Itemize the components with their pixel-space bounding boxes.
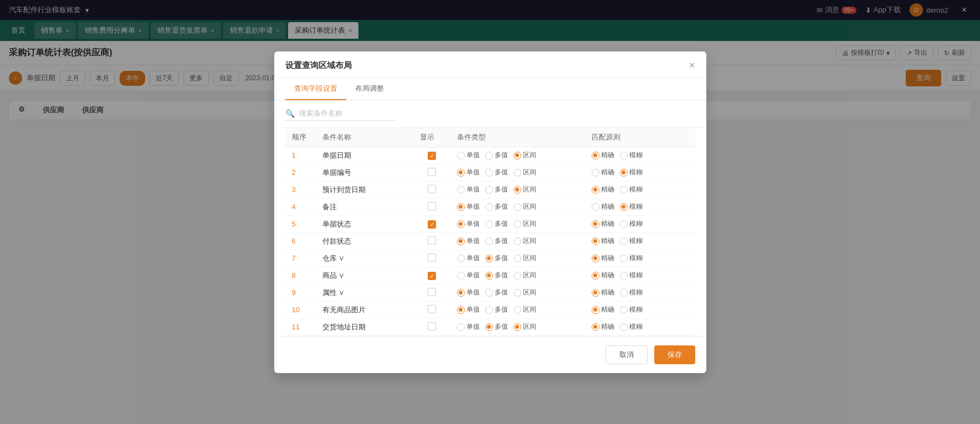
row-3-name: 备注: [316, 198, 414, 215]
row-8-type-range[interactable]: 区间: [514, 288, 536, 297]
row-6-match-fuzzy[interactable]: 模糊: [620, 254, 643, 263]
row-2-type-range[interactable]: 区间: [514, 185, 536, 194]
row-9-match-fuzzy[interactable]: 模糊: [620, 305, 643, 314]
row-2-display[interactable]: [413, 181, 450, 198]
row-10-type-multi[interactable]: 多值: [485, 322, 508, 332]
row-1-checkbox[interactable]: [428, 168, 436, 176]
row-4-type-multi[interactable]: 多值: [485, 219, 508, 229]
row-3-display[interactable]: [413, 198, 450, 215]
row-1-name: 单据编号: [316, 164, 414, 181]
tab-layout-adjust[interactable]: 布局调整: [346, 78, 393, 100]
row-6-display[interactable]: [413, 250, 450, 267]
save-button[interactable]: 保存: [654, 345, 695, 364]
row-7-match-exact[interactable]: 精确: [592, 271, 614, 280]
row-3-match-fuzzy[interactable]: 模糊: [620, 202, 643, 211]
row-10-display[interactable]: [413, 318, 450, 335]
row-8-checkbox[interactable]: [428, 288, 436, 296]
row-10-match-exact[interactable]: 精确: [592, 322, 614, 332]
row-10-type-single[interactable]: 单值: [457, 322, 480, 332]
row-10-match-fuzzy[interactable]: 模糊: [620, 322, 643, 332]
row-3-type-multi[interactable]: 多值: [485, 202, 508, 211]
row-6-type: 单值多值区间: [450, 250, 585, 267]
row-5-checkbox[interactable]: [428, 236, 436, 245]
row-0-match-fuzzy[interactable]: 模糊: [620, 151, 643, 160]
row-7-display[interactable]: [413, 267, 450, 284]
modal-tabs: 查询字段设置 布局调整: [274, 78, 706, 100]
row-0-type-range[interactable]: 区间: [514, 151, 536, 160]
col-header-match: 匹配原则: [585, 128, 695, 147]
row-1-type-range[interactable]: 区间: [514, 168, 536, 177]
row-10-type-range[interactable]: 区间: [514, 322, 536, 332]
row-2-match-fuzzy[interactable]: 模糊: [620, 185, 643, 194]
row-9-match-exact[interactable]: 精确: [592, 305, 614, 314]
row-4-match-exact[interactable]: 精确: [592, 219, 614, 229]
row-8-display[interactable]: [413, 284, 450, 301]
row-8-match-fuzzy[interactable]: 模糊: [620, 288, 643, 297]
row-1-type-single[interactable]: 单值: [457, 168, 480, 177]
table-row: 3预计到货日期单值多值区间精确模糊: [285, 181, 695, 198]
row-5-display[interactable]: [413, 232, 450, 250]
row-3-type-range[interactable]: 区间: [514, 202, 536, 211]
search-input[interactable]: [299, 109, 388, 117]
row-4-checkbox[interactable]: [428, 220, 436, 229]
row-9-type-multi[interactable]: 多值: [485, 305, 508, 314]
row-1-match-exact[interactable]: 精确: [592, 168, 614, 177]
row-9-checkbox[interactable]: [428, 305, 436, 313]
row-9-order: 10: [285, 301, 316, 318]
row-0-match-exact[interactable]: 精确: [592, 151, 614, 160]
row-7-checkbox[interactable]: [428, 272, 436, 280]
modal-close-button[interactable]: ×: [689, 60, 695, 70]
table-row: 11交货地址日期单值多值区间精确模糊: [285, 318, 695, 335]
row-6-type-single[interactable]: 单值: [457, 254, 480, 263]
row-9-match: 精确模糊: [585, 301, 695, 318]
tab-query-fields[interactable]: 查询字段设置: [285, 78, 346, 100]
row-6-type-range[interactable]: 区间: [514, 254, 536, 263]
row-6-checkbox[interactable]: [428, 254, 436, 262]
row-4-display[interactable]: [413, 215, 450, 232]
row-8-type-multi[interactable]: 多值: [485, 288, 508, 297]
row-9-type-range[interactable]: 区间: [514, 305, 536, 314]
row-2-match-exact[interactable]: 精确: [592, 185, 614, 194]
row-6-match-exact[interactable]: 精确: [592, 254, 614, 263]
row-8-match: 精确模糊: [585, 284, 695, 301]
row-3-type-single[interactable]: 单值: [457, 202, 480, 211]
row-9-type-single[interactable]: 单值: [457, 305, 480, 314]
modal-search-area: 🔍: [274, 100, 706, 128]
row-7-type-single[interactable]: 单值: [457, 271, 480, 280]
row-2-type-single[interactable]: 单值: [457, 185, 480, 194]
cancel-button[interactable]: 取消: [606, 345, 648, 364]
row-4-type-single[interactable]: 单值: [457, 219, 480, 229]
row-3-type: 单值多值区间: [450, 198, 585, 215]
row-8-order: 9: [285, 284, 316, 301]
row-3-checkbox[interactable]: [428, 202, 436, 210]
row-5-type-range[interactable]: 区间: [514, 236, 536, 246]
row-1-type-multi[interactable]: 多值: [485, 168, 508, 177]
row-5-type-single[interactable]: 单值: [457, 236, 480, 246]
row-7-type-multi[interactable]: 多值: [485, 271, 508, 280]
row-7-type-range[interactable]: 区间: [514, 271, 536, 280]
row-6-type-multi[interactable]: 多值: [485, 254, 508, 263]
row-0-display[interactable]: [413, 147, 450, 164]
row-3-match-exact[interactable]: 精确: [592, 202, 614, 211]
row-10-checkbox[interactable]: [428, 322, 436, 330]
row-1-display[interactable]: [413, 164, 450, 181]
row-0-checkbox[interactable]: [428, 152, 436, 160]
row-9-display[interactable]: [413, 301, 450, 318]
row-3-match: 精确模糊: [585, 198, 695, 215]
row-7-name: 商品 ∨: [316, 267, 414, 284]
col-header-type: 条件类型: [450, 128, 585, 147]
row-4-type-range[interactable]: 区间: [514, 219, 536, 229]
row-5-match-exact[interactable]: 精确: [592, 236, 614, 246]
row-0-type-multi[interactable]: 多值: [485, 151, 508, 160]
row-2-type-multi[interactable]: 多值: [485, 185, 508, 194]
row-5-match-fuzzy[interactable]: 模糊: [620, 236, 643, 246]
row-1-type: 单值多值区间: [450, 164, 585, 181]
row-8-type-single[interactable]: 单值: [457, 288, 480, 297]
row-1-match-fuzzy[interactable]: 模糊: [620, 168, 643, 177]
row-0-type-single[interactable]: 单值: [457, 151, 480, 160]
row-4-match-fuzzy[interactable]: 模糊: [620, 219, 643, 229]
row-5-type-multi[interactable]: 多值: [485, 236, 508, 246]
row-2-checkbox[interactable]: [428, 185, 436, 193]
row-8-match-exact[interactable]: 精确: [592, 288, 614, 297]
row-7-match-fuzzy[interactable]: 模糊: [620, 271, 643, 280]
